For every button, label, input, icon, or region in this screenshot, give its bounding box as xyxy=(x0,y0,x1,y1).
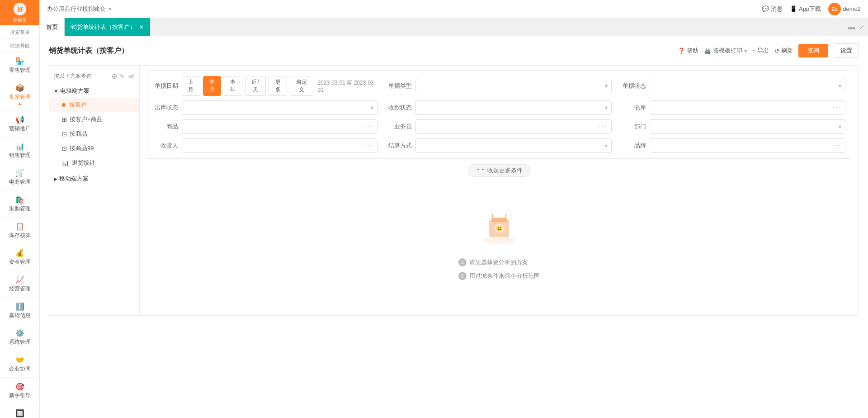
order-status-control[interactable]: ▾ xyxy=(650,79,845,93)
order-status-label: 单据状态 xyxy=(621,82,646,90)
scheme-group-pc-header[interactable]: ▼ 电脑端方案 xyxy=(49,84,139,98)
department-control[interactable]: ▾ xyxy=(650,119,845,134)
query-button[interactable]: 查询 xyxy=(798,44,828,57)
scheme-item-by-customer-goods[interactable]: ⊞ 按客户+商品 xyxy=(49,112,139,127)
scheme-group-arrow-icon: ▼ xyxy=(54,89,58,94)
sales-icon: 📊 xyxy=(0,142,39,151)
filter-receiver-item: 收货人 ··· xyxy=(153,138,377,153)
print-dropdown-icon: ▾ xyxy=(744,48,747,54)
receipt-status-control[interactable]: ▾ xyxy=(415,100,611,115)
sidebar-item-operations[interactable]: 📈 经营管理 xyxy=(0,271,39,298)
main-layout: 办公用品行业模拟账套 ▾ 💬 消息 📱 App下载 Ea demo2 首页 xyxy=(40,0,868,418)
ecommerce-icon: 🛒 xyxy=(0,169,39,177)
export-label: 导出 xyxy=(757,47,769,55)
scheme-item-by-goods-label: 按商品 xyxy=(70,130,87,138)
sidebar-item-label: 销售管理 xyxy=(0,152,39,159)
svg-text:好: 好 xyxy=(16,6,23,13)
app-download-btn[interactable]: 📱 App下载 xyxy=(790,5,821,13)
settings-button[interactable]: 设置 xyxy=(834,43,859,58)
goods-label: 商品 xyxy=(153,123,178,131)
tab-close-icon[interactable]: ✕ xyxy=(139,24,144,30)
left-panel-title: 按以下方案查询 xyxy=(54,72,92,80)
date-btn-this-month[interactable]: 本月 xyxy=(203,76,222,96)
receipt-status-label: 收款状态 xyxy=(387,104,412,112)
page-title: 销货单统计表（按客户） xyxy=(49,46,128,56)
print-btn[interactable]: 🖨️ 按模板打印 ▾ xyxy=(704,47,747,55)
salesperson-control[interactable]: ··· xyxy=(415,119,611,134)
search-menu-item[interactable]: 搜索菜单 xyxy=(0,25,39,39)
add-scheme-icon[interactable]: ⊕ xyxy=(111,72,117,81)
edit-scheme-icon[interactable]: ✎ xyxy=(120,73,125,80)
export-btn[interactable]: ↑ 导出 xyxy=(753,47,769,55)
scheme-group-mobile-header[interactable]: ▶ 移动端方案 xyxy=(49,172,139,185)
goods-control[interactable]: ··· xyxy=(182,119,377,134)
order-type-label: 单据类型 xyxy=(387,82,412,90)
brand-control[interactable]: ··· xyxy=(650,138,845,153)
tab-home[interactable]: 首页 xyxy=(40,18,65,36)
scheme-group-mobile-label: 移动端方案 xyxy=(59,175,89,183)
sidebar-item-marketing[interactable]: 📢 营销推广 xyxy=(0,111,39,138)
left-panel-icons: ⊕ ✎ ≪ xyxy=(111,72,135,81)
maximize-icon[interactable]: ⤢ xyxy=(859,24,864,31)
sidebar-item-newbie[interactable]: 🎯 新手引导 xyxy=(0,378,39,404)
sidebar-item-label: 企业协同 xyxy=(0,365,39,373)
marketing-icon: 📢 xyxy=(0,115,39,124)
sidebar-item-inventory[interactable]: 📋 库存核算 xyxy=(0,218,39,244)
sidebar-item-basic-info[interactable]: ℹ️ 基础信息 xyxy=(0,298,39,324)
refresh-btn[interactable]: ↺ 刷新 xyxy=(774,47,793,55)
date-btn-custom[interactable]: 自定义 xyxy=(290,76,313,96)
collapse-button[interactable]: ⌃⌃ 收起更多条件 xyxy=(468,164,530,177)
receipt-status-dropdown-icon: ▾ xyxy=(605,104,608,111)
warehouse-control[interactable]: ··· xyxy=(650,100,845,115)
avatar: Ea xyxy=(828,3,841,15)
sidebar-item-finance[interactable]: 💰 资金管理 xyxy=(0,244,39,271)
tab-sales-stats-label: 销货单统计表（按客户） xyxy=(71,23,136,31)
date-btn-last-month[interactable]: 上月 xyxy=(182,76,200,96)
date-filter-label: 单据日期 xyxy=(153,82,178,90)
scheme-item-by-customer[interactable]: 按客户 xyxy=(49,98,139,112)
help-btn[interactable]: ❓ 帮助 xyxy=(678,47,698,55)
logo-text: 标服员 xyxy=(13,17,27,24)
filter-goods-item: 商品 ··· xyxy=(153,119,377,134)
sidebar-item-ecommerce[interactable]: 🛒 电商管理 xyxy=(0,164,39,191)
empty-state: 😐 ① 请先选择要分析的方案 ② xyxy=(147,177,851,311)
user-name: demo2 xyxy=(843,5,861,12)
date-btn-7days[interactable]: 近7天 xyxy=(245,76,266,96)
scheme-item-return-stats-label: 退货统计 xyxy=(72,159,95,167)
empty-tip-1: ① 请先选择要分析的方案 xyxy=(458,256,540,268)
left-panel: 按以下方案查询 ⊕ ✎ ≪ ▼ 电脑端方案 xyxy=(49,66,140,315)
tab-sales-stats[interactable]: 销货单统计表（按客户） ✕ xyxy=(65,18,151,36)
quick-nav-item[interactable]: 快捷导航 xyxy=(0,39,39,52)
user-info-btn[interactable]: Ea demo2 xyxy=(828,3,861,15)
sidebar-item-system[interactable]: ⚙️ 系统管理 xyxy=(0,324,39,351)
minimize-icon[interactable]: ▬ xyxy=(848,23,855,31)
dropdown-arrow-icon[interactable]: ▾ xyxy=(108,5,112,12)
sidebar-item-wholesale[interactable]: 📦 批发管理 ▲ xyxy=(0,79,39,111)
collapse-panel-icon[interactable]: ≪ xyxy=(128,73,135,80)
sidebar-item-label: 批发管理 xyxy=(0,93,39,101)
sidebar-item-purchase[interactable]: 🛍️ 采购管理 xyxy=(0,191,39,218)
app-download-label: App下载 xyxy=(799,5,821,13)
scheme-item-return-stats[interactable]: 📊 退货统计 xyxy=(49,156,139,170)
order-type-control[interactable]: ▾ xyxy=(415,79,611,93)
date-btn-this-year[interactable]: 本年 xyxy=(224,76,242,96)
settlement-control[interactable]: ▾ xyxy=(415,138,611,153)
sidebar-item-retail[interactable]: 🏪 零售管理 xyxy=(0,52,39,79)
filter-section: 单据日期 上月 本月 本年 近7天 更多 自定义 2023-03-01 至 20… xyxy=(147,70,851,159)
message-btn[interactable]: 💬 消息 xyxy=(762,5,783,13)
scheme-item-by-customer-label: 按客户 xyxy=(69,101,87,109)
wholesale-icon: 📦 xyxy=(0,84,39,92)
date-btn-more[interactable]: 更多 xyxy=(269,76,287,96)
export-icon: ↑ xyxy=(753,48,756,54)
out-status-control[interactable]: ▾ xyxy=(182,100,377,115)
scheme-item-by-goods[interactable]: ⊡ 按商品 xyxy=(49,127,139,141)
scheme-item-by-goods-99[interactable]: ⊡ 按商品99 xyxy=(49,141,139,156)
scheme-group-pc: ▼ 电脑端方案 按客户 ⊞ 按客户+商品 ⊡ xyxy=(49,84,139,170)
sidebar-item-sales[interactable]: 📊 销售管理 xyxy=(0,138,39,164)
tab-home-label: 首页 xyxy=(46,23,58,31)
tip-text-2: 用过滤条件来缩小分析范围 xyxy=(469,270,540,282)
receiver-control[interactable]: ··· xyxy=(182,138,377,153)
sidebar-item-collab[interactable]: 🤝 企业协同 xyxy=(0,351,39,378)
settlement-dropdown-icon: ▾ xyxy=(605,142,608,149)
sidebar-item-app-center[interactable]: 🔲 应用中心 xyxy=(0,404,39,418)
